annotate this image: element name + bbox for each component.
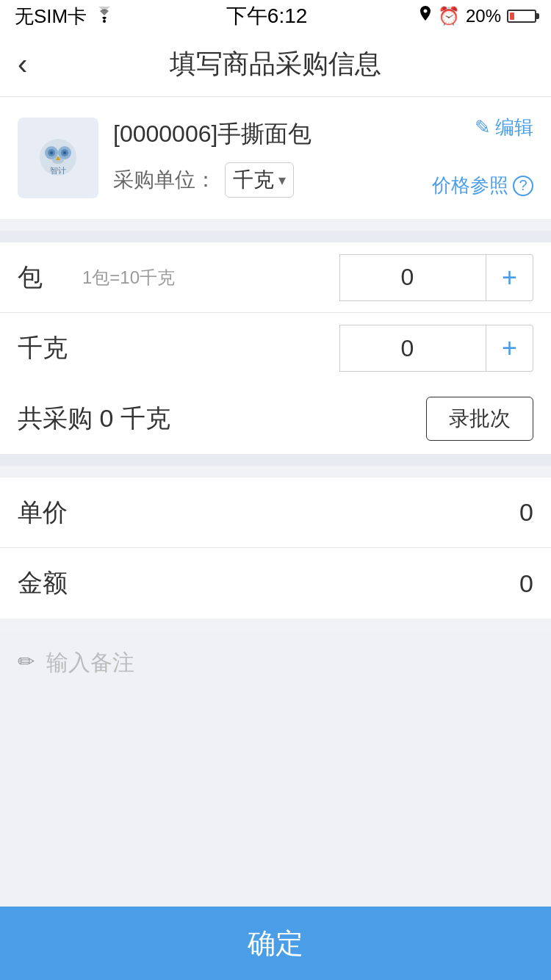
unit-value: 千克 — [233, 166, 274, 194]
chevron-down-icon: ▾ — [278, 171, 286, 189]
record-batch-button[interactable]: 录批次 — [426, 397, 533, 441]
product-logo-icon: 智计 — [32, 129, 84, 187]
carrier-label: 无SIM卡 — [15, 4, 87, 29]
price-ref-label: 价格参照 — [432, 173, 508, 198]
status-bar: 无SIM卡 下午6:12 ⏰ 20% — [0, 0, 551, 32]
info-section: 单价 0 金额 0 — [0, 478, 551, 619]
unit-price-row: 单价 0 — [0, 478, 551, 548]
battery-percent: 20% — [466, 6, 501, 26]
product-image: 智计 — [18, 118, 98, 198]
bao-plus-button[interactable]: + — [486, 254, 533, 301]
status-bar-left: 无SIM卡 — [15, 4, 115, 29]
unit-dropdown[interactable]: 千克 ▾ — [225, 162, 294, 198]
bao-label: 包 — [18, 261, 76, 295]
amount-label: 金额 — [18, 566, 519, 600]
total-label: 共采购 0 千克 — [18, 402, 170, 436]
note-section[interactable]: ✏ 输入备注 — [0, 630, 551, 763]
svg-point-7 — [63, 151, 66, 154]
unit-price-value: 0 — [519, 498, 533, 527]
bao-sublabel: 1包=10千克 — [82, 266, 175, 289]
battery-icon — [507, 10, 536, 23]
question-icon: ? — [513, 176, 533, 196]
unit-label: 采购单位： — [113, 166, 216, 194]
svg-point-0 — [103, 20, 106, 23]
product-card: 智计 [0000006]手撕面包 采购单位： 千克 ▾ ✎ 编辑 价格参照 ? — [0, 97, 551, 219]
status-bar-time: 下午6:12 — [226, 2, 308, 30]
section-divider-2 — [0, 454, 551, 466]
edit-button[interactable]: ✎ 编辑 — [475, 115, 533, 140]
edit-icon: ✎ — [475, 116, 491, 139]
back-button[interactable]: ‹ — [18, 48, 27, 81]
total-quantity: 0 — [99, 404, 120, 432]
amount-value: 0 — [519, 569, 533, 598]
location-icon — [419, 6, 432, 26]
product-name: [0000006]手撕面包 — [113, 118, 533, 151]
kg-qty-input-wrap: + — [339, 325, 533, 372]
pencil-icon: ✏ — [18, 649, 35, 674]
note-placeholder: 输入备注 — [46, 648, 134, 678]
section-divider-1 — [0, 231, 551, 242]
bao-input-row: 包 1包=10千克 + — [0, 242, 551, 313]
kg-qty-input[interactable] — [339, 325, 486, 372]
status-bar-right: ⏰ 20% — [419, 6, 536, 26]
amount-row: 金额 0 — [0, 548, 551, 619]
bao-qty-input[interactable] — [339, 254, 486, 301]
confirm-button[interactable]: 确定 — [0, 907, 551, 980]
quantity-input-section: 包 1包=10千克 + 千克 + — [0, 242, 551, 383]
kg-input-row: 千克 + — [0, 313, 551, 383]
alarm-icon: ⏰ — [438, 6, 460, 26]
unit-price-label: 单价 — [18, 496, 519, 530]
price-ref-button[interactable]: 价格参照 ? — [432, 173, 533, 198]
total-row: 共采购 0 千克 录批次 — [0, 383, 551, 454]
kg-plus-button[interactable]: + — [486, 325, 533, 372]
nav-bar: ‹ 填写商品采购信息 — [0, 32, 551, 97]
page-title: 填写商品采购信息 — [170, 46, 381, 82]
empty-space — [0, 763, 551, 909]
kg-label: 千克 — [18, 331, 76, 365]
wifi-icon — [94, 5, 115, 28]
bao-qty-input-wrap: + — [339, 254, 533, 301]
total-unit: 千克 — [120, 404, 170, 432]
svg-point-6 — [50, 151, 53, 154]
svg-text:智计: 智计 — [50, 166, 66, 175]
